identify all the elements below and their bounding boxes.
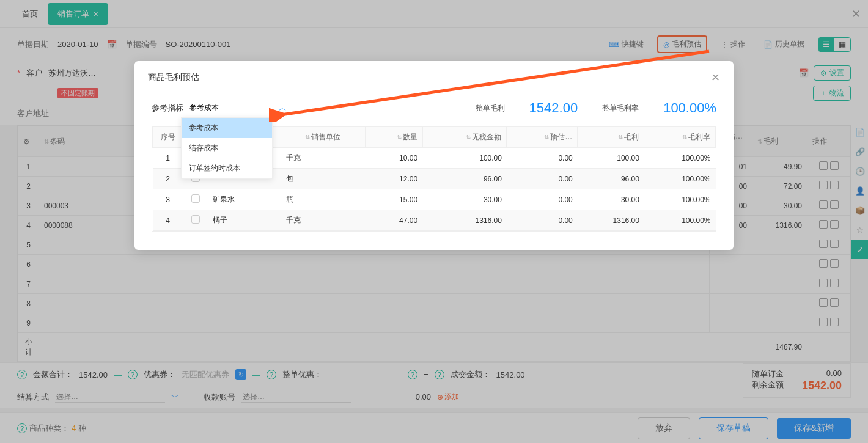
chevron-up-icon[interactable]: ︿	[279, 103, 287, 114]
cell-qty: 15.00	[365, 189, 422, 210]
cell-unit: 千克	[281, 148, 366, 169]
profit-estimate-modal: 商品毛利预估 ✕ 参考指标 ︿ 参考成本 结存成本 订单签约时成本 整单毛利 1…	[134, 61, 734, 250]
cell-rate: 100.00%	[644, 210, 716, 231]
col-profit: ⇅毛利	[578, 127, 644, 148]
modal-overlay: 商品毛利预估 ✕ 参考指标 ︿ 参考成本 结存成本 订单签约时成本 整单毛利 1…	[0, 0, 868, 443]
col-estcost: ⇅预估…	[507, 127, 578, 148]
table-row[interactable]: 3 矿泉水 瓶 15.00 30.00 0.00 30.00 100.00%	[153, 189, 716, 210]
cell-qty: 12.00	[365, 169, 422, 189]
total-profit-value: 1542.00	[529, 100, 578, 116]
cell-qty: 47.00	[365, 210, 422, 231]
cell-name: 橘子	[208, 210, 281, 231]
row-index: 2	[153, 169, 183, 189]
row-index: 3	[153, 189, 183, 210]
dropdown-option[interactable]: 结存成本	[182, 138, 272, 158]
cell-notax: 30.00	[422, 189, 507, 210]
indicator-label: 参考指标	[152, 103, 183, 114]
indicator-input[interactable]	[188, 103, 274, 114]
cell-name: 矿泉水	[208, 189, 281, 210]
cell-unit: 包	[281, 169, 366, 189]
cell-rate: 100.00%	[644, 148, 716, 169]
close-icon[interactable]: ✕	[711, 71, 720, 84]
cell-notax: 96.00	[422, 169, 507, 189]
cell-rate: 100.00%	[644, 169, 716, 189]
dropdown-list: 参考成本 结存成本 订单签约时成本	[181, 117, 273, 179]
total-rate-value: 100.00%	[663, 100, 716, 116]
checkbox[interactable]	[191, 215, 200, 224]
cell-notax: 100.00	[422, 148, 507, 169]
cell-est: 0.00	[507, 210, 578, 231]
modal-filter: 参考指标 ︿ 参考成本 结存成本 订单签约时成本 整单毛利 1542.00 整单…	[134, 94, 734, 122]
cell-profit: 1316.00	[578, 210, 644, 231]
cell-qty: 10.00	[365, 148, 422, 169]
modal-header: 商品毛利预估 ✕	[134, 61, 734, 94]
table-row[interactable]: 4 橘子 千克 47.00 1316.00 0.00 1316.00 100.0…	[153, 210, 716, 231]
dropdown-option[interactable]: 订单签约时成本	[182, 158, 272, 178]
col-rate: ⇅毛利率	[644, 127, 716, 148]
cell-unit: 瓶	[281, 189, 366, 210]
modal-title: 商品毛利预估	[148, 72, 199, 83]
col-notax: ⇅无税金额	[422, 127, 507, 148]
cell-unit: 千克	[281, 210, 366, 231]
col-idx[interactable]: 序号	[153, 127, 183, 148]
cell-est: 0.00	[507, 169, 578, 189]
col-unit: ⇅销售单位	[281, 127, 366, 148]
indicator-dropdown[interactable]: 参考指标 ︿ 参考成本 结存成本 订单签约时成本	[152, 103, 287, 114]
col-qty: ⇅数量	[365, 127, 422, 148]
row-index: 4	[153, 210, 183, 231]
row-index: 1	[153, 148, 183, 169]
dropdown-option[interactable]: 参考成本	[182, 118, 272, 138]
cell-est: 0.00	[507, 148, 578, 169]
cell-profit: 96.00	[578, 169, 644, 189]
checkbox[interactable]	[191, 194, 200, 203]
cell-profit: 100.00	[578, 148, 644, 169]
cell-rate: 100.00%	[644, 189, 716, 210]
total-rate-label: 整单毛利率	[602, 103, 639, 114]
cell-profit: 30.00	[578, 189, 644, 210]
cell-notax: 1316.00	[422, 210, 507, 231]
total-profit-label: 整单毛利	[476, 103, 505, 114]
cell-est: 0.00	[507, 189, 578, 210]
